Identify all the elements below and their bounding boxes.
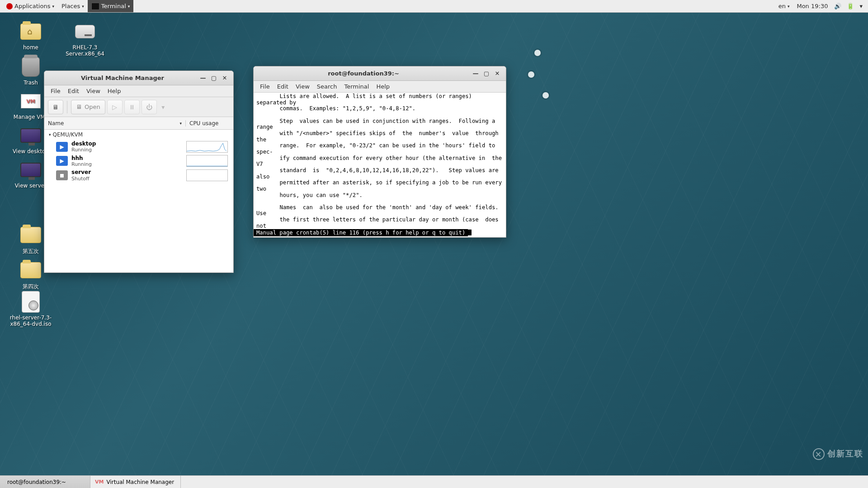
shutdown-button[interactable]: ⏻ [142,100,157,114]
chevron-down-icon: ▾ [52,4,54,9]
minimize-button[interactable]: — [471,69,481,78]
places-menu[interactable]: Places▾ [58,0,88,12]
vm-row[interactable]: ▶ desktop Running [44,140,233,154]
vm-shutoff-icon: ◼ [56,170,68,180]
vm-name: desktop [71,141,186,147]
column-cpu[interactable]: CPU usage [186,120,233,127]
man-page-statusline: Manual page crontab(5) line 116 (press h… [254,229,468,236]
menu-view[interactable]: View [83,88,104,94]
bottom-taskbar: root@foundation39:~ VM Virtual Machine M… [0,475,868,488]
watermark-icon: ✕ [813,448,825,460]
terminal-statusline-row: Manual page crontab(5) line 116 (press h… [254,228,506,237]
folder-icon [20,23,41,40]
wallpaper-node-icon [534,50,541,56]
monitor-icon [20,128,41,143]
window-title: root@foundation39:~ [257,70,470,77]
icon-label: 第四次 [4,283,58,291]
menu-file[interactable]: File [256,83,274,90]
menu-file[interactable]: File [47,88,64,94]
trash-icon [22,57,40,77]
cpu-usage-graph [186,155,228,167]
folder-icon [20,227,41,243]
menu-view[interactable]: View [292,83,313,90]
pause-button[interactable]: ⏸ [124,100,140,114]
iso-file[interactable]: rhel-server-7.3-x86_64-dvd.iso [4,291,58,327]
vmm-window[interactable]: Virtual Machine Manager — ▢ ✕ File Edit … [44,70,234,273]
vmm-toolbar: 🖥 🖥 Open ▷ ⏸ ⏻ ▾ [44,97,233,117]
icon-label: RHEL-7.3 Server.x86_64 [58,44,112,57]
maximize-button[interactable]: ▢ [209,74,219,83]
cpu-usage-graph [186,169,228,181]
new-vm-button[interactable]: 🖥 [48,100,63,114]
vmm-vm-list[interactable]: ▾ QEMU/KVM ▶ desktop Running ▶ hhh Runni… [44,130,233,272]
desktop[interactable]: home RHEL-7.3 Server.x86_64 Trash VM Man… [0,13,868,475]
connection-group[interactable]: ▾ QEMU/KVM [44,130,233,140]
system-menu[interactable]: ▾ [857,3,865,9]
terminal-titlebar[interactable]: root@foundation39:~ — ▢ ✕ [254,66,506,81]
terminal-menubar: File Edit View Search Terminal Help [254,81,506,93]
vm-status: Running [71,161,186,167]
run-button[interactable]: ▷ [107,100,123,114]
vm-name: hhh [71,155,186,161]
monitor-icon: 🖥 [76,103,82,110]
icon-label: rhel-server-7.3-x86_64-dvd.iso [4,314,58,327]
menu-search[interactable]: Search [313,83,341,90]
wallpaper-node-icon [542,92,549,99]
vmm-column-headers: Name ▾ CPU usage [44,117,233,130]
clock[interactable]: Mon 19:30 [793,0,831,12]
iso-icon [22,291,40,313]
vm-running-icon: ▶ [56,142,68,152]
vm-status: Running [71,147,186,153]
volume-icon[interactable]: 🔊 [831,3,844,9]
folder-icon [20,262,41,278]
disk-icon [75,25,95,38]
terminal-menu[interactable]: Terminal▾ [88,0,133,12]
taskbar-item-vmm[interactable]: VM Virtual Machine Manager [90,476,181,488]
battery-icon[interactable]: 🔋 [844,3,857,9]
vm-running-icon: ▶ [56,156,68,166]
icon-label: home [4,44,58,51]
applications-menu[interactable]: Applications▾ [3,0,58,12]
watermark: ✕创新互联 [813,448,863,460]
vm-status: Shutoff [71,176,186,182]
minimize-button[interactable]: — [198,74,208,83]
shutdown-menu-arrow[interactable]: ▾ [159,100,168,114]
vm-name: server [71,169,186,175]
expander-icon[interactable]: ▾ [49,132,51,137]
menu-edit[interactable]: Edit [274,83,292,90]
vmm-icon: VM [21,94,41,108]
redhat-icon [6,3,13,9]
chevron-down-icon: ▾ [128,4,130,9]
terminal-output[interactable]: Lists are allowed. A list is a set of nu… [254,93,506,228]
menu-help[interactable]: Help [373,83,393,90]
open-button[interactable]: 🖥 Open [71,100,105,114]
rhel-disk[interactable]: RHEL-7.3 Server.x86_64 [58,21,112,57]
vm-row[interactable]: ◼ server Shutoff [44,168,233,183]
taskbar-item-terminal[interactable]: root@foundation39:~ [0,476,90,488]
terminal-icon [91,3,99,10]
menu-edit[interactable]: Edit [64,88,83,94]
cursor-icon [468,230,472,235]
maximize-button[interactable]: ▢ [481,69,491,78]
vmm-menubar: File Edit View Help [44,85,233,97]
chevron-down-icon: ▾ [82,4,84,9]
wallpaper-node-icon [528,71,534,78]
monitor-icon [20,163,41,177]
keyboard-layout-indicator[interactable]: en▾ [775,0,793,12]
menu-help[interactable]: Help [104,88,125,94]
terminal-window[interactable]: root@foundation39:~ — ▢ ✕ File Edit View… [253,66,506,238]
vm-row[interactable]: ▶ hhh Running [44,154,233,169]
sort-indicator-icon: ▾ [179,121,182,126]
chevron-down-icon: ▾ [788,4,790,9]
menu-terminal[interactable]: Terminal [340,83,373,90]
home-folder[interactable]: home [4,21,58,51]
column-name[interactable]: Name ▾ [44,120,186,127]
top-panel: Applications▾ Places▾ Terminal▾ en▾ Mon … [0,0,868,13]
close-button[interactable]: ✕ [492,69,502,78]
vmm-titlebar[interactable]: Virtual Machine Manager — ▢ ✕ [44,71,233,85]
window-title: Virtual Machine Manager [48,75,197,81]
cpu-usage-graph [186,141,228,153]
vmm-icon: VM [95,479,104,485]
close-button[interactable]: ✕ [220,74,230,83]
